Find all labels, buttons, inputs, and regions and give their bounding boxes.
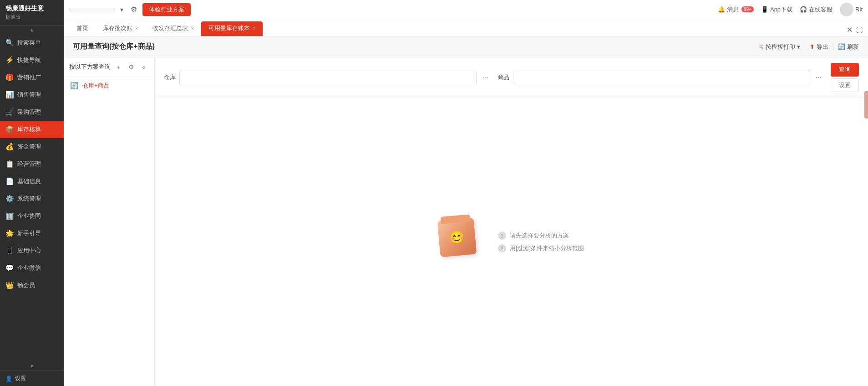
topbar: ▾ ⚙ 体验行业方案 🔔 消息 99+ 📱 App下载 🎧 在线客服 Rit (64, 0, 868, 19)
filter-panel-title: 按以下方案查询 (69, 63, 111, 71)
divider-1 (805, 43, 805, 51)
sidebar-item-guide[interactable]: 🌟 新手引导 (0, 225, 64, 242)
messages-button[interactable]: 🔔 消息 99+ (718, 5, 754, 14)
sidebar-item-finance[interactable]: 💰 资金管理 (0, 138, 64, 155)
warehouse-field: 仓库 ··· (164, 71, 490, 84)
tab-available-ledger[interactable]: 可用量库存账本 × (201, 21, 263, 36)
sales-icon: 📊 (5, 91, 14, 99)
query-settings-button[interactable]: 设置 (831, 78, 859, 92)
warehouse-label: 仓库 (164, 73, 176, 82)
tip-text-1: 请先选择要分析的方案 (510, 232, 569, 240)
breadcrumb-dropdown-button[interactable]: ▾ (118, 6, 125, 13)
tabs-bar: 首页 库存批次账 × 收发存汇总表 × 可用量库存账本 × ✕ ⛶ (64, 19, 868, 36)
sidebar-item-marketing[interactable]: 🎁 营销推广 (0, 69, 64, 86)
search-icon: 🔍 (5, 39, 14, 47)
sidebar-item-enterprise[interactable]: 🏢 企业协同 (0, 207, 64, 225)
sidebar-item-wechat[interactable]: 💬 企业微信 (0, 259, 64, 277)
filter-add-button[interactable]: + (113, 62, 123, 72)
sidebar-bottom-label: 设置 (15, 375, 26, 382)
query-button[interactable]: 查询 (831, 63, 859, 77)
industry-solution-button[interactable]: 体验行业方案 (142, 3, 191, 16)
tab-batch-ledger-close[interactable]: × (135, 26, 138, 31)
refresh-label: 刷新 (847, 43, 859, 51)
tab-home-label: 首页 (76, 24, 88, 32)
refresh-button[interactable]: 🔄 刷新 (838, 43, 859, 51)
scroll-down-arrow[interactable]: ▼ (0, 362, 64, 371)
sidebar-item-system[interactable]: ⚙️ 系统管理 (0, 190, 64, 207)
online-service-button[interactable]: 🎧 在线客服 (800, 5, 832, 14)
sidebar-item-label: 新手引导 (17, 229, 41, 237)
divider-2 (833, 43, 833, 51)
tab-home[interactable]: 首页 (69, 21, 96, 36)
scroll-up-arrow[interactable]: ▲ (0, 26, 64, 34)
scrollbar-edge (864, 91, 868, 118)
sidebar-bottom-settings[interactable]: 👤 设置 (0, 371, 64, 386)
sidebar-item-label: 快捷导航 (17, 56, 41, 64)
main-content: ▾ ⚙ 体验行业方案 🔔 消息 99+ 📱 App下载 🎧 在线客服 Rit (64, 0, 868, 386)
filter-item-warehouse-product[interactable]: 🔄 仓库+商品 (64, 77, 154, 94)
messages-badge: 99+ (741, 6, 754, 12)
tab-collection-summary[interactable]: 收发存汇总表 × (145, 21, 201, 36)
sidebar-item-purchase[interactable]: 🛒 采购管理 (0, 103, 64, 121)
filter-settings-button[interactable]: ⚙ (126, 62, 136, 72)
tab-collection-summary-close[interactable]: × (191, 26, 193, 31)
phone-icon: 📱 (761, 6, 768, 13)
sidebar-item-label: 销售管理 (17, 91, 41, 99)
filter-item-label: 仓库+商品 (82, 82, 110, 90)
sidebar-item-sales[interactable]: 📊 销售管理 (0, 86, 64, 103)
sidebar-item-label: 畅会员 (17, 281, 35, 289)
sidebar-item-operations[interactable]: 📋 经营管理 (0, 155, 64, 173)
filter-panel: 按以下方案查询 + ⚙ « 🔄 仓库+商品 (64, 57, 155, 386)
inventory-icon: 📦 (5, 125, 14, 134)
page-header-actions: 🖨 按模板打印 ▾ ⬆ 导出 🔄 刷新 (758, 43, 859, 51)
sidebar-item-search[interactable]: 🔍 搜索菜单 (0, 34, 64, 51)
query-area: 仓库 ··· 商品 ··· 查询 设置 (155, 57, 868, 386)
sidebar-item-label: 营销推广 (17, 73, 41, 82)
tip-number-2: 2 (498, 244, 506, 252)
app-logo: 畅康通好生意 标准版 (0, 0, 64, 26)
product-input[interactable] (513, 71, 810, 84)
sidebar-item-member[interactable]: 👑 畅会员 (0, 277, 64, 294)
filter-collapse-button[interactable]: « (139, 62, 149, 72)
topbar-right: 🔔 消息 99+ 📱 App下载 🎧 在线客服 Rit (718, 3, 863, 16)
query-buttons: 查询 设置 (831, 63, 859, 92)
print-icon: 🖨 (758, 43, 764, 50)
expand-button[interactable]: ⛶ (856, 26, 863, 34)
page-header: 可用量查询(按仓库+商品) 🖨 按模板打印 ▾ ⬆ 导出 🔄 刷新 (64, 36, 868, 57)
topbar-gear-button[interactable]: ⚙ (129, 5, 139, 14)
export-button[interactable]: ⬆ 导出 (810, 43, 828, 51)
sidebar-item-label: 系统管理 (17, 195, 41, 203)
sidebar-item-label: 基础信息 (17, 177, 41, 185)
tab-batch-ledger-label: 库存批次账 (103, 24, 132, 32)
sidebar-item-label: 经营管理 (17, 160, 41, 168)
finance-icon: 💰 (5, 143, 14, 151)
sidebar-item-label: 企业协同 (17, 212, 41, 220)
product-field: 商品 ··· (497, 71, 824, 84)
sidebar-item-quick-nav[interactable]: ⚡ 快捷导航 (0, 51, 64, 69)
filter-header-actions: + ⚙ « (113, 62, 149, 72)
print-button[interactable]: 🖨 按模板打印 ▾ (758, 43, 800, 51)
sidebar-item-basic-info[interactable]: 📄 基础信息 (0, 173, 64, 190)
empty-tip-1: 1 请先选择要分析的方案 (498, 232, 584, 240)
warehouse-input[interactable] (179, 71, 477, 84)
filter-item-icon: 🔄 (70, 82, 79, 90)
app-download-label: App下载 (770, 5, 792, 14)
operations-icon: 📋 (5, 160, 14, 168)
user-profile[interactable]: Rit (840, 3, 863, 16)
bell-icon: 🔔 (718, 6, 725, 13)
tab-batch-ledger[interactable]: 库存批次账 × (96, 21, 145, 36)
app-download-button[interactable]: 📱 App下载 (761, 5, 792, 14)
tab-available-ledger-close[interactable]: × (253, 26, 255, 31)
tab-collection-summary-label: 收发存汇总表 (152, 24, 188, 32)
tip-text-2: 用[过滤]条件来缩小分析范围 (510, 244, 584, 252)
sidebar-item-inventory[interactable]: 📦 库存核算 (0, 121, 64, 138)
content-area: 按以下方案查询 + ⚙ « 🔄 仓库+商品 仓库 ··· (64, 57, 868, 386)
sidebar-item-label: 库存核算 (17, 125, 41, 134)
warehouse-dots-button[interactable]: ··· (480, 73, 490, 82)
product-dots-button[interactable]: ··· (814, 73, 823, 82)
sidebar-item-label: 采购管理 (17, 108, 41, 116)
messages-label: 消息 (727, 5, 739, 14)
app-center-icon: 📱 (5, 247, 14, 255)
close-tab-button[interactable]: ✕ (847, 26, 853, 34)
sidebar-item-app-center[interactable]: 📱 应用中心 (0, 242, 64, 259)
